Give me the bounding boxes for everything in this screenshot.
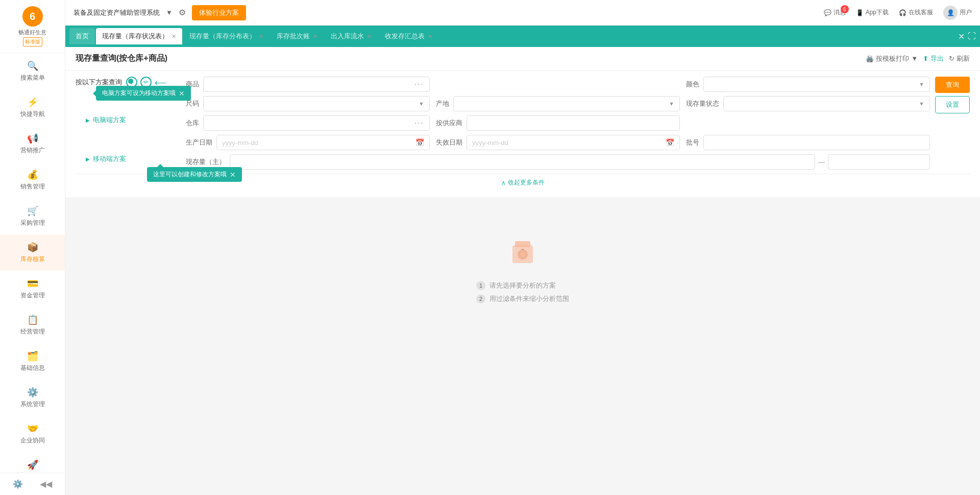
dot-indicator <box>128 79 133 84</box>
header-left: 装备及固定资产辅助管理系统 ▼ ⚙ 体验行业方案 <box>74 5 246 20</box>
tooltip-close-1[interactable]: ✕ <box>179 89 185 98</box>
scheme-item-pc[interactable]: ▶ 电脑端方案 <box>86 113 178 127</box>
export-btn[interactable]: ⬆ 导出 <box>923 54 944 63</box>
app-download-btn[interactable]: 📱 App下载 <box>856 8 889 17</box>
sidebar-item-inventory[interactable]: 📦 库存核算 <box>0 234 65 271</box>
scheme-mobile-label: 移动端方案 <box>93 154 126 163</box>
sidebar-logo[interactable]: 6 畅通好生意 标准版 <box>0 0 65 53</box>
sidebar-item-newbie[interactable]: 🚀 新手引导 <box>0 452 65 473</box>
tab-close-icon[interactable]: ✕ <box>313 33 317 40</box>
fullscreen-btn[interactable]: ⛶ <box>968 32 976 41</box>
settings-bottom-btn[interactable]: ⚙️ <box>13 479 23 489</box>
filter-col-size: 尺码 ▼ <box>186 96 430 111</box>
status-select[interactable]: ▼ <box>723 96 930 111</box>
inventory-icon: 📦 <box>27 242 38 253</box>
operation-icon: 📋 <box>27 314 38 325</box>
set-btn[interactable]: 设置 <box>935 96 970 113</box>
batch-input[interactable] <box>703 135 930 150</box>
tab-close-icon[interactable]: ✕ <box>259 33 263 40</box>
system-name: 装备及固定资产辅助管理系统 <box>74 8 160 17</box>
tooltip-close-2[interactable]: ✕ <box>230 171 236 179</box>
goods-select[interactable]: ··· <box>203 77 430 92</box>
online-support-btn[interactable]: 🎧 在线客服 <box>899 8 933 17</box>
inventory-min-input[interactable] <box>230 154 815 170</box>
print-btn[interactable]: 🖨️ 按模板打印 ▼ <box>866 54 918 63</box>
tab-home[interactable]: 首页 <box>69 28 95 44</box>
tab-close-icon[interactable]: ✕ <box>367 33 372 40</box>
sidebar-item-search[interactable]: 🔍 搜索菜单 <box>0 53 65 89</box>
tab-bar: 首页 现存量（库存状况表） ✕ 现存量（库存分布表） ✕ 库存批次账 ✕ 出入库… <box>65 26 980 47</box>
home-tab-label: 首页 <box>76 32 89 41</box>
top-header: 装备及固定资产辅助管理系统 ▼ ⚙ 体验行业方案 💬 消息 6 📱 App下载 <box>65 0 980 26</box>
warehouse-more-icon[interactable]: ··· <box>414 119 424 128</box>
tab-inventory-status[interactable]: 现存量（库存状况表） ✕ <box>96 28 182 44</box>
sidebar-item-finance[interactable]: 💳 资金管理 <box>0 271 65 307</box>
hint-num-1: 1 <box>476 281 485 290</box>
print-dropdown-icon: ▼ <box>911 55 918 62</box>
logo-text: 畅通好生意 <box>18 29 46 36</box>
produce-date-placeholder: yyyy-mm-dd <box>222 139 415 147</box>
refresh-btn[interactable]: ↻ 刷新 <box>949 54 970 63</box>
goods-more-icon[interactable]: ··· <box>414 80 424 89</box>
empty-hint-1: 1 请先选择要分析的方案 <box>476 281 569 290</box>
system-icon: ⚙️ <box>27 387 38 398</box>
sidebar-item-purchase[interactable]: 🛒 采购管理 <box>0 198 65 234</box>
sidebar-item-sales[interactable]: 💰 销售管理 <box>0 162 65 198</box>
messages-btn[interactable]: 💬 消息 6 <box>824 8 846 17</box>
sidebar-item-label: 搜索菜单 <box>20 74 45 82</box>
search-btn[interactable]: 查询 <box>935 77 970 93</box>
logo-tag: 标准版 <box>23 37 42 46</box>
system-dropdown-btn[interactable]: ▼ <box>166 9 173 16</box>
inventory-max-input[interactable] <box>828 154 930 170</box>
refresh-label: 刷新 <box>957 54 970 63</box>
support-icon: 🎧 <box>899 9 906 16</box>
user-btn[interactable]: 👤 用户 <box>943 6 972 20</box>
tab-inventory-dist[interactable]: 现存量（库存分布表） ✕ <box>183 28 270 44</box>
create-tooltip-wrapper: 这里可以创建和修改方案哦 ✕ <box>137 165 242 182</box>
sidebar-item-basic-info[interactable]: 🗂️ 基础信息 <box>0 343 65 380</box>
warehouse-select[interactable]: ··· <box>203 115 430 131</box>
origin-label: 产地 <box>436 99 449 108</box>
color-label: 颜色 <box>686 80 699 89</box>
tab-close-icon[interactable]: ✕ <box>172 33 176 40</box>
sidebar-item-operation[interactable]: 📋 经营管理 <box>0 307 65 343</box>
collapse-sidebar-btn[interactable]: ◀◀ <box>40 479 52 489</box>
trial-btn[interactable]: 体验行业方案 <box>192 5 246 20</box>
marketing-icon: 📢 <box>27 133 38 144</box>
hint-num-2: 2 <box>476 294 485 303</box>
size-select[interactable]: ▼ <box>203 96 430 111</box>
chevron-right-icon: ▶ <box>86 117 90 123</box>
sidebar-item-system[interactable]: ⚙️ 系统管理 <box>0 380 65 416</box>
printer-icon: 🖨️ <box>866 55 874 62</box>
finance-icon: 💳 <box>27 278 38 289</box>
page-actions: 🖨️ 按模板打印 ▼ ⬆ 导出 ↻ 刷新 <box>866 54 970 63</box>
sidebar-item-quick-nav[interactable]: ⚡ 快捷导航 <box>0 89 65 126</box>
supplier-select[interactable] <box>467 115 680 131</box>
tab-in-out-flow[interactable]: 出入库流水 ✕ <box>325 28 378 44</box>
tooltip-scheme-hint: 电脑方案可设为移动方案哦 ✕ <box>96 86 191 101</box>
produce-date-input[interactable]: yyyy-mm-dd 📅 <box>216 135 430 150</box>
expire-date-placeholder: yyyy-mm-dd <box>472 139 666 147</box>
sidebar-item-label: 快捷导航 <box>20 110 45 119</box>
sidebar-item-label: 企业协同 <box>20 436 45 445</box>
color-select[interactable]: ▼ <box>703 77 930 92</box>
header-settings-btn[interactable]: ⚙ <box>179 8 186 17</box>
close-all-tabs-btn[interactable]: ✕ <box>958 32 965 41</box>
tooltip-text-2: 这里可以创建和修改方案哦 <box>153 170 227 179</box>
user-label: 用户 <box>960 8 972 17</box>
phone-icon: 📱 <box>856 9 864 16</box>
tab-batch-ledger[interactable]: 库存批次账 ✕ <box>271 28 324 44</box>
sidebar-item-label: 系统管理 <box>20 400 45 409</box>
expire-date-input[interactable]: yyyy-mm-dd 📅 <box>467 135 680 150</box>
sales-icon: 💰 <box>27 169 38 180</box>
origin-select[interactable]: ▼ <box>453 96 680 111</box>
inventory-range: — <box>230 154 930 170</box>
tab-close-icon[interactable]: ✕ <box>428 33 432 40</box>
expire-date-label: 失效日期 <box>436 138 462 147</box>
sidebar-item-enterprise[interactable]: 🤝 企业协同 <box>0 416 65 452</box>
scheme-item-mobile[interactable]: ▶ 移动端方案 <box>86 152 178 166</box>
search-icon: 🔍 <box>27 60 38 72</box>
tab-stock-summary[interactable]: 收发存汇总表 ✕ <box>379 28 438 44</box>
sidebar-item-label: 资金管理 <box>20 291 45 300</box>
sidebar-item-marketing[interactable]: 📢 营销推广 <box>0 126 65 162</box>
